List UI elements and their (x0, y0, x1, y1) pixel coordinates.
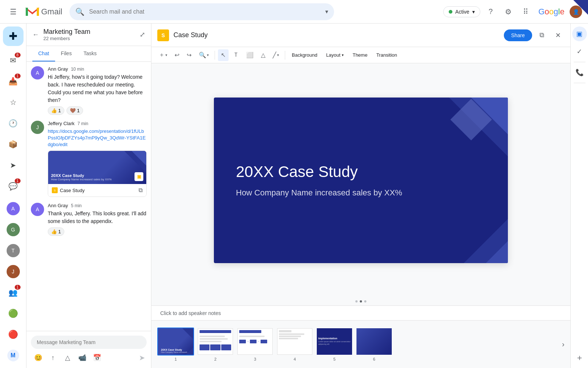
chat-messages: A Ann Gray 10 min Hi Jeffery, how's it g… (26, 62, 151, 331)
image-icon: ⬜ (246, 52, 254, 59)
toolbar-undo-button[interactable]: ↩ (172, 49, 182, 61)
preview-filename: S Case Study (52, 187, 85, 193)
emoji-button[interactable]: 😊 (32, 352, 44, 364)
people-badge: 1 (15, 285, 21, 290)
rs-add-button[interactable]: ＋ (572, 350, 587, 365)
status-dropdown-icon: ▾ (472, 9, 475, 15)
sidebar-contact-3[interactable]: T (3, 241, 24, 260)
toolbar-image-button[interactable]: ⬜ (243, 49, 257, 61)
reaction-brown-1[interactable]: 🤎 1 (67, 106, 83, 115)
compose-button[interactable]: ✚ (3, 26, 24, 46)
search-input[interactable] (89, 8, 321, 15)
sidebar-item-red[interactable]: 🔴 (3, 325, 24, 344)
slide-dot-2[interactable] (360, 300, 362, 302)
preview-slide-content: 20XX Case Study How Company Name increas… (48, 151, 146, 184)
toolbar-zoom-button[interactable]: 🔍 ▾ (196, 49, 212, 61)
tab-files[interactable]: Files (55, 46, 78, 61)
compose-plus-icon: ✚ (9, 30, 17, 42)
gear-icon: ⚙ (505, 7, 512, 16)
sidebar-contact-1[interactable]: A (3, 199, 24, 218)
close-presentation-button[interactable]: ✕ (551, 29, 564, 42)
rs-check-button[interactable]: ✓ (572, 44, 587, 59)
mail-icon: ✉ (10, 56, 16, 65)
msg-header-2: Jeffery Clark 7 min (48, 121, 147, 126)
slide-thumb-img-5: Implementation Lorem ipsum dolor sit ame… (316, 328, 353, 355)
video-button[interactable]: 📹 (76, 352, 88, 364)
search-bar[interactable]: 🔍 ▾ (69, 3, 334, 20)
tab-chat[interactable]: Chat (32, 46, 55, 61)
drive-button[interactable]: △ (62, 352, 74, 364)
rs-slides-button[interactable]: ▣ (572, 26, 587, 41)
sidebar-item-chat[interactable]: 💬 1 (3, 176, 24, 196)
slide-thumb-6[interactable]: 6 (356, 328, 392, 361)
sidebar-item-m[interactable]: M (3, 346, 24, 365)
status-button[interactable]: Active ▾ (443, 6, 480, 17)
sidebar-item-save[interactable]: 📦 (3, 134, 24, 154)
speaker-notes[interactable]: Click to add speaker notes (151, 305, 570, 320)
sidebar-contact-2[interactable]: G (3, 220, 24, 239)
shape-icon: △ (261, 52, 265, 59)
apps-icon-button[interactable]: ⠿ (519, 4, 533, 19)
grid-icon: ⠿ (523, 7, 528, 16)
slide-canvas[interactable]: 20XX Case Study How Company Name increas… (151, 63, 570, 297)
hamburger-icon: ☰ (10, 7, 17, 16)
send-button[interactable]: ➤ (139, 353, 145, 362)
close-icon: ✕ (555, 31, 561, 39)
slide-thumb-5[interactable]: Implementation Lorem ipsum dolor sit ame… (316, 328, 353, 361)
chat-panel: ← Marketing Team 22 members ⤢ Chat Files… (26, 24, 151, 368)
rs-phone-button[interactable]: 📞 (572, 65, 587, 80)
msg-link-2[interactable]: https://docs.google.com/presentation/d/1… (48, 128, 146, 147)
reaction-thumbsup-3[interactable]: 👍 1 (48, 227, 64, 236)
msg-content-3: Ann Gray 5 min Thank you, Jeffery. This … (48, 203, 147, 236)
sidebar-item-inbox[interactable]: 📥 1 (3, 71, 24, 91)
chat-expand-button[interactable]: ⤢ (140, 31, 145, 39)
sidebar-item-clock[interactable]: 🕐 (3, 113, 24, 133)
slide-thumb-img-6 (356, 328, 392, 355)
reaction-thumbsup-1[interactable]: 👍 1 (48, 106, 64, 115)
sidebar-people-icon-btn[interactable]: 👥 1 (3, 283, 24, 302)
settings-icon-button[interactable]: ⚙ (501, 4, 516, 19)
toolbar-theme-button[interactable]: Theme (349, 49, 371, 61)
chat-back-button[interactable]: ← (32, 31, 39, 39)
sidebar-item-starred[interactable]: ☆ (3, 92, 24, 112)
slide-strip-next-button[interactable]: › (562, 340, 564, 348)
toolbar-shape-button[interactable]: △ (258, 49, 268, 61)
zoom-dropdown-icon: ▾ (207, 53, 209, 57)
toolbar-text-button[interactable]: Ｔ (230, 49, 242, 61)
share-button[interactable]: Share (504, 29, 532, 41)
menu-icon[interactable]: ☰ (6, 4, 21, 19)
slides-file-icon: S (157, 29, 169, 41)
toolbar-background-button[interactable]: Background (288, 49, 321, 61)
preview-open-button[interactable]: ⧉ (139, 187, 143, 194)
msg-author-2: Jeffery Clark (48, 121, 75, 126)
toolbar-add-button[interactable]: ＋ ▾ (156, 49, 170, 61)
contact-avatar-1: A (7, 202, 20, 215)
slide-dot-1[interactable] (355, 300, 358, 302)
toolbar-line-button[interactable]: ╱ ▾ (270, 49, 282, 61)
toolbar-select-button[interactable]: ↖ (218, 49, 229, 61)
toolbar-layout-button[interactable]: Layout ▾ (322, 49, 347, 61)
open-external-button[interactable]: ⧉ (535, 29, 548, 42)
chat-message-input[interactable] (37, 339, 141, 345)
topbar: ☰ Gmail 🔍 ▾ Active ▾ ? ⚙ ⠿ (0, 0, 588, 24)
presentation-title: Case Study (173, 31, 208, 39)
sidebar-item-green[interactable]: 🟢 (3, 304, 24, 323)
tab-tasks[interactable]: Tasks (78, 46, 103, 61)
slide-thumb-1[interactable]: 20XX Case Study How Company Name increas… (157, 328, 194, 361)
sidebar-item-mail[interactable]: ✉ 8 (3, 50, 24, 70)
sidebar-contact-4[interactable]: J (3, 262, 24, 281)
help-icon-button[interactable]: ? (483, 4, 498, 19)
toolbar-transition-button[interactable]: Transition (373, 49, 401, 61)
presentation-header: S Case Study Share ⧉ ✕ (151, 24, 570, 47)
slide-thumb-4[interactable]: 4 (276, 328, 313, 361)
slide-thumb-2[interactable]: 2 (197, 328, 234, 361)
chat-input-area: 😊 ↑ △ 📹 📅 ➤ (26, 331, 151, 368)
attach-button[interactable]: ↑ (47, 352, 59, 364)
search-dropdown-icon[interactable]: ▾ (325, 8, 328, 15)
toolbar-redo-button[interactable]: ↪ (184, 49, 194, 61)
slide-thumb-3[interactable]: → → 3 (237, 328, 273, 361)
calendar-button[interactable]: 📅 (91, 352, 103, 364)
slide-dot-3[interactable] (364, 300, 366, 302)
layout-label: Layout (326, 52, 340, 58)
sidebar-item-send[interactable]: ➤ (3, 155, 24, 175)
